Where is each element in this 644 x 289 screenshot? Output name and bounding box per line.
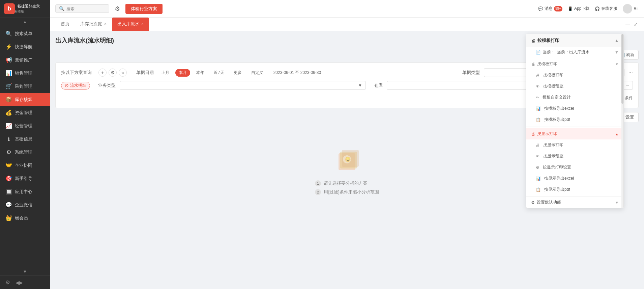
sidebar-item-企业协同[interactable]: 🤝 企业协同 (0, 159, 50, 172)
set-default-section[interactable]: ⚙ 设置默认功能 ▼ (526, 197, 623, 208)
template-print-label: 按模板打印 (537, 61, 557, 67)
item-display-settings-label: 按显示打印设置 (543, 164, 571, 170)
refresh-label: 刷新 (626, 52, 634, 58)
biz-type-arrow: ▼ (358, 83, 362, 88)
app-download-button[interactable]: 📱 App下载 (568, 6, 589, 11)
trial-button[interactable]: 体验行业方案 (125, 4, 163, 14)
dropdown-menu: 🖨 按模板打印 ▲ 📄 当前： 当前：出入库流水 ▼ 🖨 按模板打印 (526, 34, 624, 208)
dropdown-title: 🖨 按模板打印 (531, 37, 559, 44)
dropdown-item-template-design[interactable]: ✏ 模板自定义设计 (526, 92, 623, 103)
item-template-design-label: 模板自定义设计 (543, 95, 571, 100)
app-logo: b 畅捷通好生意 标准版 (0, 0, 50, 18)
sidebar-item-应用中心[interactable]: 🔲 应用中心 (0, 185, 50, 198)
display-section-arrow: ▲ (615, 132, 619, 136)
app-version: 标准版 (15, 9, 40, 14)
sidebar-item-采购管理[interactable]: 🛒 采购管理 (0, 80, 50, 93)
dropdown-item-template-excel[interactable]: 📊 按模板导出excel (526, 103, 623, 114)
tab-flow[interactable]: 出入库流水 × (112, 18, 149, 31)
date-tab-prev-month[interactable]: 上月 (158, 69, 173, 77)
tab-batch[interactable]: 库存批次账 × (75, 18, 112, 31)
tab-batch-close[interactable]: × (104, 22, 107, 26)
sidebar-item-库存核算[interactable]: 📦 库存核算 (0, 93, 50, 106)
sidebar-item-资金管理[interactable]: 💰 资金管理 (0, 106, 50, 119)
window-minimize[interactable]: — (625, 22, 631, 27)
message-icon: 💬 (538, 6, 543, 11)
main-area: 🔍 ⚙ 体验行业方案 💬 消息 99+ 📱 App下载 🎧 在线客服 Rit (50, 0, 644, 289)
biz-type-select[interactable]: ▼ (120, 81, 366, 90)
current-label: 当前： (543, 49, 555, 55)
filter-actions: + ⚙ « (98, 69, 127, 77)
header-search[interactable]: 🔍 (55, 4, 109, 13)
filter-collapse-btn[interactable]: « (119, 69, 127, 77)
sidebar-item-经营管理[interactable]: 📈 经营管理 (0, 119, 50, 132)
sidebar-item-企业微信[interactable]: 💬 企业微信 (0, 198, 50, 211)
date-label: 单据日期 (136, 70, 154, 76)
dropdown-item-display-print[interactable]: 🖨 按显示打印 (526, 139, 623, 151)
sidebar-item-基础信息[interactable]: ℹ 基础信息 (0, 132, 50, 146)
sidebar-icon: 🛒 (5, 83, 12, 89)
sidebar-item-新手引导[interactable]: 🎯 新手引导 (0, 172, 50, 185)
filter-add-btn[interactable]: + (98, 69, 107, 77)
filter-settings-btn[interactable]: ⚙ (109, 69, 117, 77)
scrollbar-thumb[interactable] (621, 34, 623, 104)
dropdown-up-arrow[interactable]: ▲ (615, 38, 619, 43)
tab-home[interactable]: 首页 (55, 18, 75, 31)
date-tab-year[interactable]: 本年 (193, 69, 208, 77)
d-preview-icon: 👁 (536, 154, 540, 159)
sidebar-label: 应用中心 (15, 189, 32, 195)
tab-flow-label: 出入库流水 (117, 21, 139, 27)
avatar-image (623, 4, 632, 14)
tab-home-label: 首页 (61, 21, 69, 27)
current-template-name: 当前：出入库流水 (557, 49, 589, 55)
dropdown-item-display-excel[interactable]: 📊 按显示导出excel (526, 173, 623, 184)
sidebar-item-搜索菜单[interactable]: 🔍 搜索菜单 (0, 27, 50, 40)
sidebar-label: 经营管理 (15, 123, 32, 129)
filter-scheme-label: 按以下方案查询 (61, 70, 92, 76)
display-print-label: 按显示打印 (537, 131, 557, 137)
sidebar-item-销售管理[interactable]: 📊 销售管理 (0, 67, 50, 80)
chip-label: 流水明细 (70, 83, 86, 88)
search-input[interactable] (66, 6, 100, 11)
sidebar-item-系统管理[interactable]: ⚙ 系统管理 (0, 146, 50, 159)
logo-icon: b (4, 3, 15, 14)
gear-icon[interactable]: ⚙ (113, 4, 121, 14)
sidebar-label: 采购管理 (15, 83, 32, 89)
message-button[interactable]: 💬 消息 99+ (538, 6, 562, 11)
sidebar-label: 畅会员 (15, 215, 28, 221)
date-tab-custom[interactable]: 自定义 (248, 69, 267, 77)
sidebar-icon: ⚙ (5, 149, 12, 155)
template-print-header[interactable]: 🖨 按模板打印 ▼ (526, 58, 623, 70)
online-service-button[interactable]: 🎧 在线客服 (595, 6, 617, 11)
tab-flow-close[interactable]: × (141, 22, 144, 26)
user-avatar[interactable]: Rit (623, 4, 639, 14)
service-label: 在线客服 (601, 6, 617, 11)
dropdown-item-display-preview[interactable]: 👁 按显示预览 (526, 151, 623, 162)
sidebar-item-营销推广[interactable]: 📢 营销推广 (0, 53, 50, 67)
item-printer-icon: 🖨 (536, 73, 540, 78)
dropdown-item-template-print[interactable]: 🖨 按模板打印 (526, 70, 623, 81)
sidebar-nav: 🔍 搜索菜单 ⚡ 快捷导航 📢 营销推广 📊 销售管理 🛒 采购管理 📦 库存核… (0, 26, 50, 268)
sidebar-scroll-down[interactable]: ▼ (0, 268, 50, 275)
sidebar-toggle-icon[interactable]: ◀▶ (16, 280, 23, 285)
window-maximize[interactable]: ⤢ (633, 22, 639, 27)
display-print-header[interactable]: 🖨 按显示打印 ▲ (526, 128, 623, 139)
item-excel-icon: 📊 (536, 106, 541, 111)
dropdown-item-display-pdf[interactable]: 📋 按显示导出pdf (526, 184, 623, 195)
sidebar-gear-icon[interactable]: ⚙ (5, 279, 10, 286)
sidebar-scroll-up[interactable]: ▲ (0, 18, 50, 26)
display-section-icon: 🖨 (531, 132, 535, 136)
dropdown-item-display-settings[interactable]: ⚙ 按显示打印设置 (526, 162, 623, 173)
sidebar-item-快捷导航[interactable]: ⚡ 快捷导航 (0, 40, 50, 53)
print-section-icon: 🖨 (531, 62, 535, 67)
scheme-chip[interactable]: ⊙ 流水明细 (61, 82, 90, 89)
doc-type-more[interactable]: ··· (628, 70, 633, 76)
date-tab-current-month[interactable]: 本月 (175, 69, 190, 77)
date-tab-7days[interactable]: 近7天 (210, 69, 228, 77)
sidebar-item-畅会员[interactable]: 👑 畅会员 (0, 211, 50, 225)
sidebar-bottom: ⚙ ◀▶ (0, 275, 50, 289)
date-tab-more[interactable]: 更多 (230, 69, 245, 77)
empty-tips: 1 请先选择要分析的方案 2 用[过滤]条件来缩小分析范围 (315, 180, 379, 195)
dropdown-item-template-preview[interactable]: 👁 按模板预览 (526, 81, 623, 92)
dropdown-item-template-pdf[interactable]: 📋 按模板导出pdf (526, 114, 623, 125)
empty-tip-1: 1 请先选择要分析的方案 (315, 180, 368, 186)
